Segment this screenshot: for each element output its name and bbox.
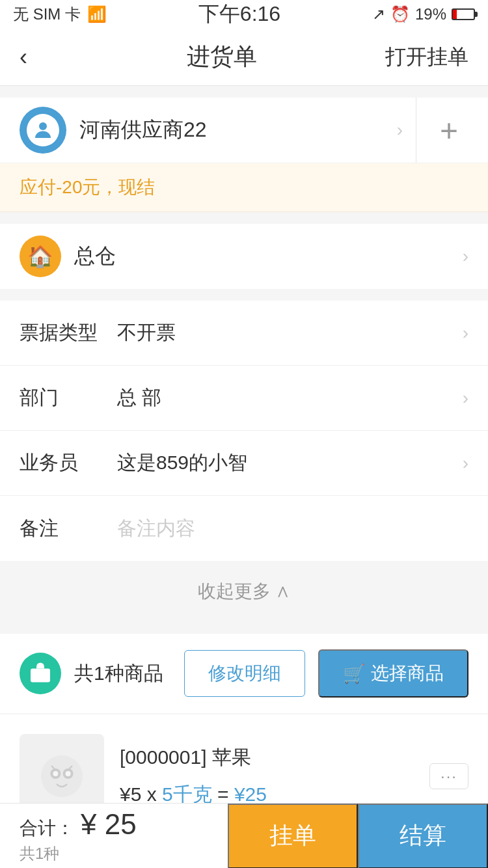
supplier-name: 河南供应商22: [79, 116, 390, 144]
gap-2: [0, 212, 488, 224]
user-icon: [27, 114, 59, 146]
product-more-button[interactable]: ···: [429, 763, 468, 789]
remark-input[interactable]: 备注内容: [104, 515, 468, 542]
edit-detail-button[interactable]: 修改明细: [184, 650, 305, 697]
collapse-row[interactable]: 收起更多 ∧: [0, 561, 488, 622]
battery-icon: [452, 8, 475, 20]
location-icon: ↗: [372, 5, 385, 23]
product-info: [0000001] 苹果 ¥5 x 5千克 = ¥25: [120, 744, 429, 808]
total-label: 合计：: [20, 816, 74, 841]
payment-hint: 应付-20元，现结: [0, 163, 488, 212]
supplier-row[interactable]: 河南供应商22 ›: [20, 98, 416, 163]
warehouse-chevron-icon: ›: [463, 246, 468, 267]
status-bar: 无 SIM 卡 📶 下午6:16 ↗ ⏰ 19%: [0, 0, 488, 29]
wifi-icon: 📶: [87, 5, 107, 23]
form-section: 票据类型 不开票 › 部门 总 部 › 业务员 这是859的小智 › 备注 备注…: [0, 301, 488, 561]
remark-row[interactable]: 备注 备注内容: [0, 496, 488, 561]
svg-point-2: [41, 755, 83, 797]
gap-1: [0, 86, 488, 98]
products-header: 共1种商品 修改明细 🛒 选择商品: [0, 634, 488, 713]
page-title: 进货单: [187, 41, 257, 73]
svg-rect-1: [31, 669, 50, 683]
warehouse-section[interactable]: 🏠 总仓 ›: [0, 224, 488, 289]
back-button[interactable]: ‹: [20, 44, 59, 71]
products-icon: [20, 653, 61, 694]
product-qty: 5千克: [162, 783, 212, 805]
sales-chevron-icon: ›: [463, 453, 468, 474]
dept-row[interactable]: 部门 总 部 ›: [0, 366, 488, 431]
invoice-row[interactable]: 票据类型 不开票 ›: [0, 301, 488, 366]
invoice-label: 票据类型: [20, 319, 104, 346]
remark-label: 备注: [20, 515, 104, 542]
supplier-section: 河南供应商22 › +: [0, 98, 488, 163]
total-sub: 共1种: [20, 843, 208, 864]
sales-row[interactable]: 业务员 这是859的小智 ›: [0, 431, 488, 496]
bottom-bar: 合计： ¥ 25 共1种 挂单 结算: [0, 803, 488, 868]
status-left: 无 SIM 卡 📶: [13, 4, 107, 25]
select-product-label: 选择商品: [371, 661, 444, 686]
cart-icon: 🛒: [343, 663, 366, 685]
status-time: 下午6:16: [198, 0, 280, 29]
sales-value: 这是859的小智: [104, 450, 456, 476]
sales-label: 业务员: [20, 450, 104, 476]
add-supplier-button[interactable]: +: [429, 111, 468, 150]
alarm-icon: ⏰: [390, 5, 410, 23]
price-formula: ¥5 x: [120, 783, 162, 805]
price-eq: =: [212, 783, 234, 805]
pending-button[interactable]: 挂单: [228, 804, 358, 869]
svg-point-6: [66, 771, 71, 776]
svg-point-0: [39, 122, 47, 130]
dept-label: 部门: [20, 385, 104, 411]
total-section: 合计： ¥ 25 共1种: [0, 808, 228, 864]
warehouse-name: 总仓: [74, 242, 456, 271]
product-total: ¥25: [234, 783, 267, 805]
warehouse-icon: 🏠: [20, 236, 61, 277]
sim-status: 无 SIM 卡: [13, 4, 81, 25]
open-pending-button[interactable]: 打开挂单: [385, 43, 468, 72]
total-main: 合计： ¥ 25: [20, 808, 208, 841]
invoice-chevron-icon: ›: [463, 323, 468, 344]
status-right: ↗ ⏰ 19%: [372, 5, 475, 23]
dept-value: 总 部: [104, 385, 456, 411]
battery-label: 19%: [415, 5, 446, 23]
select-product-button[interactable]: 🛒 选择商品: [318, 649, 468, 698]
nav-bar: ‹ 进货单 打开挂单: [0, 29, 488, 86]
chevron-icon: ›: [397, 120, 403, 141]
product-name: [0000001] 苹果: [120, 744, 429, 771]
checkout-button[interactable]: 结算: [358, 804, 488, 869]
dept-chevron-icon: ›: [463, 388, 468, 409]
svg-point-5: [53, 771, 58, 776]
invoice-value: 不开票: [104, 319, 456, 346]
products-count: 共1种商品: [74, 660, 171, 687]
avatar: [20, 107, 66, 154]
total-amount: ¥ 25: [81, 808, 137, 841]
